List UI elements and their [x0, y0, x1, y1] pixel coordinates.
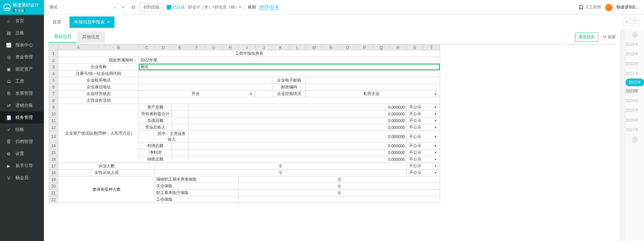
input-asset-16[interactable]: 0.000000 [189, 156, 407, 163]
col-header-G[interactable]: G [205, 45, 222, 50]
year-2026年[interactable]: 2026年 [626, 115, 644, 125]
input-ins-19[interactable]: 0 [239, 176, 440, 183]
cell[interactable] [139, 97, 440, 104]
year-2027年[interactable]: 2027年 [626, 125, 644, 135]
account-selector[interactable]: 测试 ⌄ [49, 3, 116, 12]
input-company-name[interactable]: 测试 [139, 64, 440, 70]
year-2021年[interactable]: 2021年 [626, 69, 644, 79]
col-header-F[interactable]: F [189, 45, 205, 50]
select-publish-11[interactable]: 不公示▼ [407, 117, 440, 124]
col-header-I[interactable]: I [239, 45, 256, 50]
row-header-3[interactable]: 3 [49, 64, 58, 70]
sidebar-item-ledger[interactable]: ▤总账 [0, 27, 44, 39]
select-publish-10[interactable]: 不公示▼ [407, 111, 440, 117]
select-publish-18[interactable]: 不公示▼ [407, 170, 440, 176]
input-asset-9[interactable]: 0.000000 [189, 104, 407, 111]
input-asset-10[interactable]: 0.000000 [189, 111, 407, 117]
col-header-A[interactable]: A [58, 45, 99, 50]
cell[interactable] [306, 84, 440, 91]
col-header-N[interactable]: N [323, 45, 339, 50]
col-header-C[interactable]: C [139, 45, 155, 50]
row-header-20[interactable]: 20 [49, 183, 58, 190]
year-2024年[interactable]: 2024年 [626, 96, 644, 106]
close-tab-icon[interactable]: × [107, 20, 110, 25]
input-ins-20[interactable]: 0 [239, 183, 440, 190]
row-header-1[interactable]: 1 [49, 50, 58, 57]
period-picker[interactable]: 2023-02 🗓 [259, 5, 279, 10]
col-header-H[interactable]: H [222, 45, 239, 50]
year-2022年[interactable]: 2022年 [626, 79, 644, 86]
sidebar-item-settings[interactable]: ⚙设置 [0, 148, 44, 160]
cell[interactable] [172, 117, 189, 124]
cell[interactable] [172, 156, 189, 163]
col-header-J[interactable]: J [256, 45, 272, 50]
sidebar-item-funds[interactable]: ◎资金管理 [0, 51, 44, 63]
row-header-11[interactable]: 11 [49, 117, 58, 124]
cell[interactable] [172, 149, 189, 156]
subtab-other[interactable]: 其他信息 [77, 31, 105, 43]
select-op-status[interactable]: 开业▼ [139, 91, 256, 97]
col-header-L[interactable]: L [289, 45, 306, 50]
row-header-8[interactable]: 8 [49, 97, 58, 104]
cell[interactable] [139, 77, 272, 84]
row-header-5[interactable]: 5 [49, 77, 58, 84]
year-up-button[interactable]: ︿ [632, 32, 638, 38]
col-header-T[interactable]: T [423, 45, 440, 50]
sidebar-item-invoice[interactable]: 🖹发票管理 [0, 87, 44, 99]
cell[interactable] [172, 111, 189, 117]
fullscreen-button[interactable]: ⛶ [633, 18, 640, 26]
avatar[interactable] [605, 4, 612, 11]
col-header-P[interactable]: P [356, 45, 373, 50]
sidebar-item-asset[interactable]: ▣固定资产 [0, 63, 44, 75]
year-2018年[interactable]: 2018年 [626, 40, 644, 49]
row-header-7[interactable]: 7 [49, 91, 58, 97]
row-header-13[interactable]: 13 [49, 131, 58, 143]
col-header-E[interactable]: E [172, 45, 189, 50]
row-header-17[interactable]: 17 [49, 163, 58, 170]
cell[interactable] [306, 77, 440, 84]
row-header-4[interactable]: 4 [49, 70, 58, 77]
row-header-22[interactable]: 22 [49, 196, 58, 203]
select-holding[interactable]: 私营企业▼ [306, 91, 440, 97]
input-asset-15[interactable]: 0.000000 [189, 149, 407, 156]
cell[interactable] [139, 84, 272, 91]
cell[interactable] [172, 143, 189, 149]
sidebar-item-chart[interactable]: 📈报表中心 [0, 39, 44, 51]
row-header-18[interactable]: 18 [49, 170, 58, 176]
select-publish-17[interactable]: 不公示▼ [407, 163, 440, 170]
input-asset-14[interactable]: 0.000000 [189, 143, 407, 149]
input-ins-22[interactable] [239, 196, 440, 203]
support-link[interactable]: 🎧 人工咨询 [579, 4, 601, 10]
settings-icon[interactable]: ⚙ [130, 4, 137, 11]
input-asset-11[interactable]: 0.000000 [189, 117, 407, 124]
row-header-15[interactable]: 15 [49, 149, 58, 156]
cell[interactable] [256, 91, 272, 97]
select-all-cell[interactable] [49, 45, 58, 50]
row-header-16[interactable]: 16 [49, 156, 58, 163]
sidebar-item-guide[interactable]: ▶新手引导 [0, 160, 44, 172]
input-asset-12[interactable]: 0.000000 [189, 124, 407, 131]
subtab-basic[interactable]: 基础信息 [49, 31, 77, 43]
year-down-button[interactable]: ﹀ [632, 136, 638, 143]
reset-report-button[interactable]: 重置报表 [575, 33, 598, 42]
year-2019年[interactable]: 2019年 [626, 49, 644, 59]
period-value-cell[interactable]: 2022年度 [139, 57, 440, 64]
year-2025年[interactable]: 2025年 [626, 106, 644, 115]
sidebar-item-vip[interactable]: V畅会员 [0, 172, 44, 184]
spreadsheet[interactable]: ABCDEFGHIJKLMNOPQRST1工商年报信息表2税款所属期间：2022… [49, 44, 616, 241]
row-header-19[interactable]: 19 [49, 176, 58, 183]
select-publish-13[interactable]: 不公示▼ [407, 131, 440, 143]
row-header-9[interactable]: 9 [49, 104, 58, 111]
sidebar-item-home[interactable]: ⌂首页 [0, 15, 44, 27]
tab-home[interactable]: 首页 [48, 16, 66, 28]
year-2020年[interactable]: 2020年 [626, 59, 644, 69]
select-publish-9[interactable]: 不公示▼ [407, 104, 440, 111]
cell[interactable] [172, 104, 189, 111]
sidebar-item-close[interactable]: ✓结账 [0, 124, 44, 136]
col-header-R[interactable]: R [390, 45, 407, 50]
tab-annual-report[interactable]: 年报信息申报表 × [69, 16, 114, 28]
select-publish-14[interactable]: 不公示▼ [407, 143, 440, 149]
input-ins-21[interactable]: 0 [239, 190, 440, 196]
add-account-icon[interactable]: ＋ [120, 4, 126, 11]
cell[interactable] [139, 70, 440, 77]
